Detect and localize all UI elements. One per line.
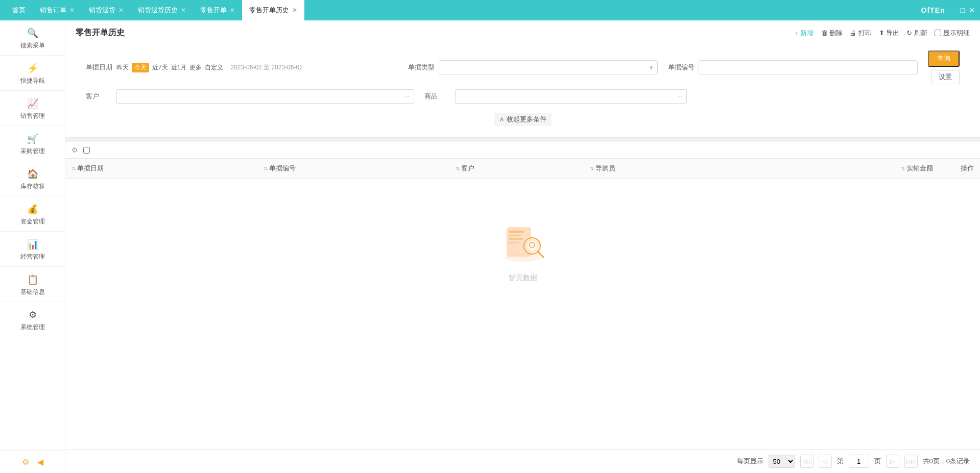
date-shortcut-yesterday[interactable]: 昨天 xyxy=(116,63,129,72)
tab-retail-open[interactable]: 零售开单✕ xyxy=(193,0,242,20)
tab-label-retail-open: 零售开单 xyxy=(200,6,227,15)
tab-label-sales-order: 销售订单 xyxy=(40,6,66,15)
delete-button[interactable]: 🗑 删除 xyxy=(821,29,843,38)
first-page-btn[interactable]: ◁◁ xyxy=(800,455,814,468)
tab-close-retail-open-history[interactable]: ✕ xyxy=(292,7,297,14)
sidebar-label-operations: 经营管理 xyxy=(20,253,45,261)
sort-amount[interactable]: ⇅ xyxy=(901,166,906,171)
doc-no-input[interactable] xyxy=(699,60,918,74)
table-toolbar: ⚙ xyxy=(65,142,980,159)
page-number-input[interactable] xyxy=(849,455,869,468)
tab-close-sales-return-history[interactable]: ✕ xyxy=(181,7,186,14)
svg-rect-3 xyxy=(509,235,521,236)
collapse-sidebar-icon[interactable]: ◀ xyxy=(37,457,43,467)
prev-page-btn[interactable]: ◁ xyxy=(819,455,832,468)
content-area: 零售开单历史 + 新增 🗑 删除 🖨 打印 ⬆ 导出 ↻ 刷新 显示明细 xyxy=(65,20,980,473)
sys-mgmt-icon: ⚙ xyxy=(29,309,37,320)
table-settings-icon[interactable]: ⚙ xyxy=(71,146,78,154)
tab-close-retail-open[interactable]: ✕ xyxy=(230,7,235,14)
sort-customer[interactable]: ⇅ xyxy=(456,166,461,171)
date-shortcut-last1month[interactable]: 近1月 xyxy=(171,63,187,72)
refresh-button[interactable]: ↻ 刷新 xyxy=(906,29,927,38)
filter-area: 单据日期 昨天今天近7天近1月更多自定义 2023-06-02 至 2023-0… xyxy=(76,45,970,137)
table-header: ⇅ 单据日期⇅ 单据编号⇅ 客户⇅ 导购员⇅ 实销金额操作 xyxy=(65,159,980,179)
collapse-btn[interactable]: ∧ 收起更多条件 xyxy=(494,113,552,126)
svg-rect-5 xyxy=(509,242,519,243)
export-button[interactable]: ⬆ 导出 xyxy=(879,29,900,38)
doc-no-filter-item: 单据编号 xyxy=(668,60,918,74)
product-select[interactable]: ··· xyxy=(455,89,687,104)
select-all-checkbox[interactable] xyxy=(83,147,90,154)
doc-type-select[interactable]: ▾ xyxy=(439,60,658,74)
per-page-select[interactable]: 102050100 xyxy=(769,455,795,468)
brand-label: OfTEn xyxy=(921,6,945,14)
inventory-icon: 🏠 xyxy=(27,168,38,180)
sort-no[interactable]: ⇅ xyxy=(264,166,269,171)
sidebar-item-finance-mgmt[interactable]: 💰资金管理 xyxy=(0,196,65,232)
close-btn[interactable]: ✕ xyxy=(969,6,975,14)
sidebar-label-purchase-mgmt: 采购管理 xyxy=(20,147,45,156)
sidebar-label-finance-mgmt: 资金管理 xyxy=(20,217,45,226)
minimize-btn[interactable]: — xyxy=(949,6,957,14)
customer-ellipsis[interactable]: ··· xyxy=(404,93,410,100)
tab-sales-order[interactable]: 销售订单✕ xyxy=(33,0,82,20)
tab-home[interactable]: 首页 xyxy=(5,0,33,20)
sidebar-item-sales-mgmt[interactable]: 📈销售管理 xyxy=(0,91,65,126)
sidebar-item-sys-mgmt[interactable]: ⚙系统管理 xyxy=(0,302,65,337)
window-controls: OfTEn — □ ✕ xyxy=(921,6,975,14)
sidebar-item-search[interactable]: 🔍搜索采单 xyxy=(0,20,65,56)
tab-label-sales-return-history: 销货退货历史 xyxy=(138,6,178,15)
settings-button[interactable]: 设置 xyxy=(931,70,960,84)
sidebar-label-basic-info: 基础信息 xyxy=(20,288,45,296)
date-shortcut-today[interactable]: 今天 xyxy=(132,63,149,72)
header-row: ⇅ 单据日期⇅ 单据编号⇅ 客户⇅ 导购员⇅ 实销金额操作 xyxy=(65,159,980,179)
product-label: 商品 xyxy=(424,92,451,101)
tab-retail-open-history[interactable]: 零售开单历史✕ xyxy=(242,0,304,20)
tab-bar: 首页销售订单✕销货退货✕销货退货历史✕零售开单✕零售开单历史✕ xyxy=(5,0,304,20)
svg-rect-4 xyxy=(509,238,523,240)
sidebar-item-basic-info[interactable]: 📋基础信息 xyxy=(0,267,65,302)
query-button[interactable]: 查询 xyxy=(928,51,960,67)
tab-label-sales-return: 销货退货 xyxy=(89,6,115,15)
data-table: ⇅ 单据日期⇅ 单据编号⇅ 客户⇅ 导购员⇅ 实销金额操作 xyxy=(65,159,980,179)
customer-label: 客户 xyxy=(86,92,112,101)
show-detail-input[interactable] xyxy=(935,30,941,36)
date-shortcut-more[interactable]: 更多 xyxy=(189,63,202,72)
show-detail-label: 显示明细 xyxy=(943,29,970,38)
page-title: 零售开单历史 xyxy=(76,28,125,38)
doc-no-label: 单据编号 xyxy=(668,63,695,72)
tab-close-sales-return[interactable]: ✕ xyxy=(118,7,124,14)
doc-type-dropdown-icon: ▾ xyxy=(650,64,653,71)
print-button[interactable]: 🖨 打印 xyxy=(850,29,872,38)
tab-sales-return[interactable]: 销货退货✕ xyxy=(82,0,131,20)
sidebar-footer: ⚙ ◀ xyxy=(0,451,65,473)
new-button[interactable]: + 新增 xyxy=(795,29,814,38)
maximize-btn[interactable]: □ xyxy=(961,6,965,14)
date-shortcut-last7days[interactable]: 近7天 xyxy=(152,63,168,72)
customer-select[interactable]: ··· xyxy=(116,89,414,104)
sidebar-label-sys-mgmt: 系统管理 xyxy=(20,323,45,332)
action-btns: 查询 设置 xyxy=(928,51,960,84)
sales-mgmt-icon: 📈 xyxy=(27,98,38,109)
sidebar-item-inventory[interactable]: 🏠库存核算 xyxy=(0,161,65,196)
sidebar-label-sales-mgmt: 销售管理 xyxy=(20,112,45,120)
product-ellipsis[interactable]: ··· xyxy=(677,93,682,100)
sort-date[interactable]: ⇅ xyxy=(71,166,77,171)
finance-mgmt-icon: 💰 xyxy=(27,204,38,215)
tab-close-sales-order[interactable]: ✕ xyxy=(69,7,75,14)
sidebar-item-purchase-mgmt[interactable]: 🛒采购管理 xyxy=(0,126,65,161)
tab-label-home: 首页 xyxy=(12,6,26,15)
tab-sales-return-history[interactable]: 销货退货历史✕ xyxy=(131,0,193,20)
sidebar-item-operations[interactable]: 📊经营管理 xyxy=(0,232,65,267)
sort-salesperson[interactable]: ⇅ xyxy=(590,166,595,171)
date-filter-item: 单据日期 昨天今天近7天近1月更多自定义 2023-06-02 至 2023-0… xyxy=(86,63,398,72)
show-detail-checkbox[interactable]: 显示明细 xyxy=(935,29,970,38)
next-page-btn[interactable]: ▷ xyxy=(886,455,899,468)
sidebar-item-quick-nav[interactable]: ⚡快捷导航 xyxy=(0,56,65,91)
date-shortcut-custom[interactable]: 自定义 xyxy=(205,63,223,72)
th-amount: ⇅ 实销金额 xyxy=(747,159,939,179)
settings-icon[interactable]: ⚙ xyxy=(22,457,29,467)
page-header: 零售开单历史 + 新增 🗑 删除 🖨 打印 ⬆ 导出 ↻ 刷新 显示明细 xyxy=(65,20,980,138)
total-label: 共0页，0条记录 xyxy=(923,457,970,466)
last-page-btn[interactable]: ▷▷ xyxy=(904,455,918,468)
